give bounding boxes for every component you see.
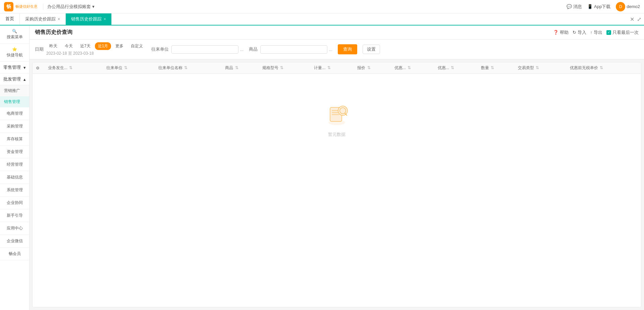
help-label: 帮助 (560, 30, 569, 36)
user-name: demo2 (627, 4, 640, 9)
col-unit[interactable]: 计量... ⇅ (311, 62, 354, 74)
purchase-label: 采购管理 (7, 123, 23, 129)
col-discount1[interactable]: 优惠... ⇅ (391, 62, 434, 74)
wholesale-mgmt-label: 批发管理 (3, 76, 21, 82)
import-icon: ↻ (573, 30, 576, 35)
product-input[interactable] (260, 45, 327, 54)
operations-label: 经营管理 (7, 162, 23, 167)
date-btn-more[interactable]: 更多 (112, 42, 126, 50)
sort-arrows-icon: ⇅ (600, 65, 603, 70)
app-selector[interactable]: 办公用品行业模拟账套 ▾ (43, 4, 95, 10)
settings-button[interactable]: 设置 (363, 45, 380, 54)
sort-arrows-icon: ⇅ (536, 65, 539, 70)
home-tab-label: 首页 (5, 16, 14, 22)
sidebar-item-search-menu[interactable]: 🔍 搜索菜单 (0, 25, 29, 44)
date-label: 日期 (35, 46, 44, 52)
col-transaction-type-label: 交易类型 (518, 65, 534, 70)
message-action[interactable]: 💬 消息 (567, 4, 582, 10)
sidebar-item-enterprise-wechat[interactable]: 企业微信 (0, 235, 29, 248)
export-icon: ↑ (590, 30, 593, 35)
col-discount2[interactable]: 优惠... ⇅ (434, 62, 478, 74)
partner-dots-btn[interactable]: ... (240, 47, 244, 52)
col-transaction-type[interactable]: 交易类型 ⇅ (515, 62, 567, 74)
marketing-label: 营销推广 (4, 88, 20, 93)
import-action[interactable]: ↻ 导入 (573, 30, 586, 36)
maximize-window-icon[interactable]: ⤢ (637, 16, 641, 22)
col-business-date-label: 业务发生... (48, 65, 67, 70)
topbar: 畅 畅捷信好生意 办公用品行业模拟账套 ▾ 💬 消息 📱 App下载 D dem… (0, 0, 644, 13)
col-partner-code-label: 往来单位 (106, 65, 122, 70)
help-action[interactable]: ❓ 帮助 (553, 30, 569, 36)
tab-sales-history[interactable]: 销售历史价跟踪 × (66, 13, 112, 25)
sort-arrows-icon: ⇅ (491, 65, 494, 70)
sidebar-item-member[interactable]: 畅会员 (0, 248, 29, 260)
sales-history-label: 销售历史价跟踪 (71, 16, 102, 22)
col-spec[interactable]: 规格型号 ⇅ (259, 62, 311, 74)
sidebar-item-new-guide[interactable]: 新手引导 (0, 209, 29, 222)
col-product[interactable]: 商品 ⇅ (222, 62, 259, 74)
avatar: D (616, 2, 625, 11)
date-filter-group: 日期 昨天 今天 近7天 近1月 更多 自定义 2023-02-18 至 202… (35, 42, 146, 56)
col-partner-name[interactable]: 往来单位名称 ⇅ (155, 62, 222, 74)
product-input-group: ... (260, 45, 332, 54)
sidebar-item-ecommerce[interactable]: 电商管理 (0, 107, 29, 120)
member-label: 畅会员 (9, 251, 21, 257)
sidebar-item-quick-nav[interactable]: ⭐ 快捷导航 (0, 44, 29, 62)
chevron-down-icon: ▾ (92, 4, 95, 9)
sidebar-item-wholesale-mgmt[interactable]: 批发管理 ▴ (0, 73, 29, 85)
sidebar-item-operations[interactable]: 经营管理 (0, 158, 29, 171)
col-pretax-price[interactable]: 优惠前无税单价 ⇅ (567, 62, 641, 74)
date-btn-7days[interactable]: 近7天 (77, 42, 94, 50)
filter-row: 日期 昨天 今天 近7天 近1月 更多 自定义 2023-02-18 至 202… (35, 42, 639, 56)
close-tab2-icon[interactable]: × (104, 17, 106, 21)
sidebar-item-basic-info[interactable]: 基础信息 (0, 171, 29, 184)
close-tab1-icon[interactable]: × (58, 17, 60, 21)
tab-window-actions: ✕ ⤢ (627, 13, 644, 25)
sidebar-search-label: 搜索菜单 (7, 34, 23, 40)
sidebar-item-app-center[interactable]: 应用中心 (0, 222, 29, 235)
date-btn-yesterday[interactable]: 昨天 (46, 42, 60, 50)
col-quote[interactable]: 报价 ⇅ (354, 62, 391, 74)
export-action[interactable]: ↑ 导出 (590, 30, 603, 36)
date-range-text: 2023-02-18 至 2023-03-18 (46, 51, 146, 56)
user-area[interactable]: D demo2 (616, 2, 640, 11)
partner-input[interactable] (171, 45, 238, 54)
import-label: 导入 (578, 30, 586, 36)
phone-icon: 📱 (587, 4, 593, 9)
sidebar-sub-sales[interactable]: 销售管理 (0, 96, 29, 107)
product-dots-btn[interactable]: ... (329, 47, 332, 52)
tab-purchase-history[interactable]: 采购历史价跟踪 × (20, 13, 66, 25)
tab-home[interactable]: 首页 (0, 13, 20, 25)
sidebar-item-inventory[interactable]: 库存核算 (0, 133, 29, 146)
search-button[interactable]: 查询 (338, 44, 357, 54)
logo-icon: 畅 (4, 2, 13, 11)
only-last-checkbox-icon (606, 30, 611, 35)
wholesale-subsection: 营销推广 销售管理 (0, 85, 29, 107)
date-btn-today[interactable]: 今天 (62, 42, 76, 50)
col-business-date[interactable]: 业务发生... ⇅ (45, 62, 103, 74)
sidebar-quick-nav-label: 快捷导航 (7, 52, 23, 58)
chevron-up-icon: ▴ (23, 77, 26, 82)
tab-spacer (112, 13, 627, 25)
sidebar-sub-marketing[interactable]: 营销推广 (0, 85, 29, 96)
sidebar-item-purchase[interactable]: 采购管理 (0, 120, 29, 133)
sidebar-item-retail-mgmt[interactable]: 零售管理 ▾ (0, 62, 29, 73)
col-quantity-label: 数量 (481, 65, 489, 70)
col-discount1-label: 优惠... (394, 65, 406, 70)
date-btn-custom[interactable]: 自定义 (128, 42, 146, 50)
sidebar-item-system[interactable]: 系统管理 (0, 184, 29, 197)
only-last-once[interactable]: 只看最后一次 (606, 30, 639, 36)
basic-info-label: 基础信息 (7, 174, 23, 180)
sidebar-item-capital[interactable]: 资金管理 (0, 146, 29, 158)
col-settings[interactable]: ⚙ (33, 62, 45, 74)
col-unit-label: 计量... (314, 65, 325, 70)
app-download-action[interactable]: 📱 App下载 (587, 4, 610, 10)
sidebar-item-enterprise[interactable]: 企业协同 (0, 197, 29, 209)
close-window-icon[interactable]: ✕ (630, 16, 634, 22)
sort-arrows-icon: ⇅ (235, 65, 238, 70)
gear-icon: ⚙ (36, 66, 40, 70)
col-partner-code[interactable]: 往来单位 ⇅ (103, 62, 155, 74)
col-quantity[interactable]: 数量 ⇅ (478, 62, 515, 74)
partner-filter-group: 往来单位 ... (151, 45, 244, 54)
date-btn-1month[interactable]: 近1月 (95, 42, 111, 50)
